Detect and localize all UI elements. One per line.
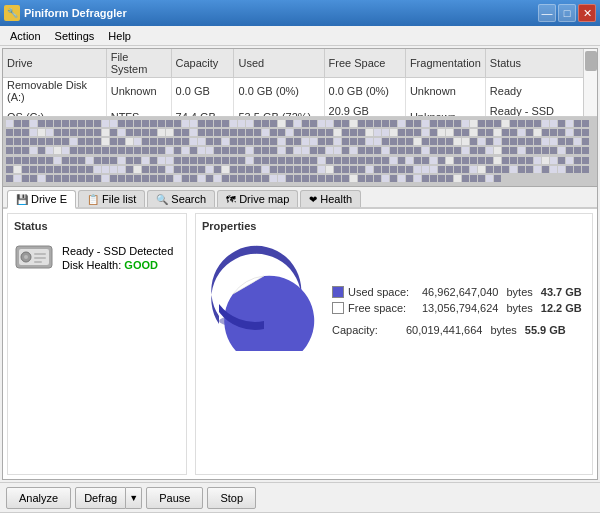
disk-cell — [102, 175, 109, 182]
disk-cell — [270, 138, 277, 145]
disk-cell — [126, 157, 133, 164]
disk-cell — [470, 120, 477, 127]
disk-cell — [198, 138, 205, 145]
disk-cell — [278, 157, 285, 164]
disk-cell — [254, 147, 261, 154]
footer: Analyze Defrag ▼ Pause Stop — [0, 482, 600, 512]
disk-cell — [342, 147, 349, 154]
disk-cell — [582, 120, 589, 127]
disk-cell — [406, 166, 413, 173]
free-space-gb: 12.2 GB — [541, 302, 582, 314]
disk-cell — [110, 147, 117, 154]
disk-cell — [462, 175, 469, 182]
disk-cell — [430, 129, 437, 136]
drive-name: OS (C:) — [3, 104, 106, 117]
disk-cell — [62, 129, 69, 136]
disk-cell — [134, 120, 141, 127]
table-row[interactable]: Removable Disk (A:) Unknown 0.0 GB 0.0 G… — [3, 78, 597, 105]
tab-drive-e[interactable]: 💾 Drive E — [7, 190, 76, 209]
disk-cell — [286, 120, 293, 127]
disk-cell — [46, 166, 53, 173]
disk-cell — [78, 129, 85, 136]
disk-cell — [286, 147, 293, 154]
disk-cell — [462, 147, 469, 154]
tab-file-list-label: File list — [102, 193, 136, 205]
disk-cell — [422, 175, 429, 182]
disk-cell — [526, 157, 533, 164]
pause-button[interactable]: Pause — [146, 487, 203, 509]
disk-cell — [566, 129, 573, 136]
col-drive: Drive — [3, 49, 106, 78]
tab-file-list[interactable]: 📋 File list — [78, 190, 145, 207]
disk-health-value: GOOD — [124, 259, 158, 271]
disk-cell — [70, 138, 77, 145]
disk-cell — [566, 138, 573, 145]
disk-cell — [478, 129, 485, 136]
status-content: Ready - SSD Detected Disk Health: GOOD — [14, 238, 180, 280]
defrag-button[interactable]: Defrag — [75, 487, 126, 509]
disk-cell — [310, 120, 317, 127]
drive-status: Ready — [485, 78, 596, 105]
disk-cell — [510, 147, 517, 154]
disk-cell — [422, 157, 429, 164]
disk-cell — [190, 129, 197, 136]
tab-health[interactable]: ❤ Health — [300, 190, 361, 207]
disk-cell — [22, 120, 29, 127]
disk-cell — [526, 120, 533, 127]
disk-cell — [326, 147, 333, 154]
menu-action[interactable]: Action — [4, 29, 47, 43]
disk-drive-icon — [14, 238, 54, 280]
disk-cell — [302, 147, 309, 154]
tab-drive-e-label: Drive E — [31, 193, 67, 205]
disk-cell — [446, 157, 453, 164]
capacity-row: Capacity: 60,019,441,664 bytes 55.9 GB — [332, 320, 586, 336]
disk-cell — [142, 129, 149, 136]
tab-search[interactable]: 🔍 Search — [147, 190, 215, 207]
tab-drive-map[interactable]: 🗺 Drive map — [217, 190, 298, 207]
disk-cell — [38, 166, 45, 173]
menu-help[interactable]: Help — [102, 29, 137, 43]
disk-cell — [118, 147, 125, 154]
maximize-button[interactable]: □ — [558, 4, 576, 22]
disk-cell — [422, 147, 429, 154]
disk-cell — [174, 157, 181, 164]
table-scrollbar[interactable] — [583, 49, 597, 116]
disk-cell — [358, 166, 365, 173]
disk-cell — [406, 129, 413, 136]
stop-button[interactable]: Stop — [207, 487, 256, 509]
disk-cell — [158, 147, 165, 154]
disk-cell — [166, 129, 173, 136]
disk-cell — [142, 157, 149, 164]
disk-cell — [326, 175, 333, 182]
disk-cell — [262, 147, 269, 154]
disk-cell — [118, 157, 125, 164]
disk-cell — [454, 157, 461, 164]
disk-cell — [142, 147, 149, 154]
table-row[interactable]: OS (C:) NTFS 74.4 GB 53.5 GB (72%) 20.9 … — [3, 104, 597, 117]
defrag-arrow-button[interactable]: ▼ — [126, 487, 142, 509]
scrollbar-thumb[interactable] — [585, 51, 597, 71]
disk-cell — [22, 175, 29, 182]
disk-cell — [102, 138, 109, 145]
title-bar: 🔧 Piniform Defraggler — □ ✕ — [0, 0, 600, 26]
minimize-button[interactable]: — — [538, 4, 556, 22]
disk-cell — [118, 129, 125, 136]
analyze-button[interactable]: Analyze — [6, 487, 71, 509]
disk-cell — [278, 138, 285, 145]
close-button[interactable]: ✕ — [578, 4, 596, 22]
disk-cell — [6, 166, 13, 173]
disk-cell — [62, 147, 69, 154]
disk-cell — [374, 147, 381, 154]
free-space-label: Free space: — [348, 302, 418, 314]
disk-cell — [342, 175, 349, 182]
used-space-label: Used space: — [348, 286, 418, 298]
menu-settings[interactable]: Settings — [49, 29, 101, 43]
pie-chart — [202, 236, 322, 353]
disk-cell — [478, 138, 485, 145]
drive-name: Removable Disk (A:) — [3, 78, 106, 105]
disk-cell — [558, 157, 565, 164]
disk-cell — [390, 138, 397, 145]
disk-cell — [566, 166, 573, 173]
disk-cell — [430, 120, 437, 127]
disk-cell — [334, 166, 341, 173]
